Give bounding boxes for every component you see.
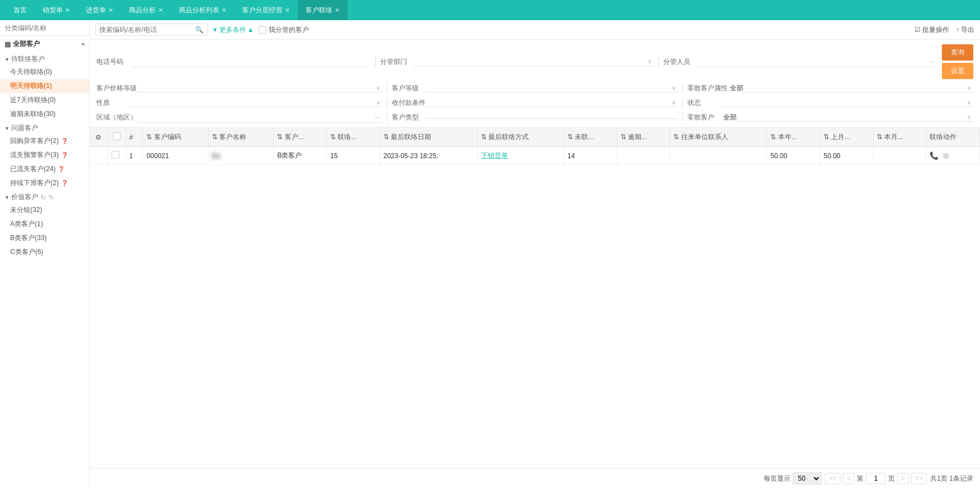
customer-type-select[interactable] <box>426 116 678 119</box>
this-year-cell: 50.00 <box>767 147 820 165</box>
next-page-btn[interactable]: > <box>897 473 909 484</box>
nav-close-sales[interactable]: ✕ <box>65 7 70 14</box>
checkbox-col-header[interactable] <box>108 128 126 147</box>
main-layout: 🔍 ▦ 全部客户 « ▼ 待联络客户 今天待联络(0) 明天待联络(1) 近7天… <box>0 20 980 488</box>
col-header-code[interactable]: ⇅ 客户编码 <box>143 128 209 147</box>
content-area: 🔍 ▼ 更多条件 ▲ 我分管的客户 ☑ 批量操作 ↑ 导出 <box>90 20 980 488</box>
nav-purchase-order[interactable]: 进货单 ✕ <box>78 0 121 20</box>
checkbox-cell[interactable] <box>108 147 126 165</box>
total-records: 共1页 1条记录 <box>930 474 973 484</box>
nav-close-purchase[interactable]: ✕ <box>108 7 113 14</box>
sidebar-item-repurchase-abnormal[interactable]: 回购异常客户(2) ❓ <box>0 134 89 148</box>
sidebar-search-input[interactable] <box>4 24 89 32</box>
dots-icon: ··· <box>930 58 935 66</box>
last-page-btn[interactable]: >> <box>911 473 927 484</box>
caret-down-icon: ∨ <box>648 58 651 65</box>
settings-col-header[interactable]: ⚙ <box>90 128 108 147</box>
table-row: 1 000021 Ea B类客户 15 2023-05-23 18:25: 下销… <box>90 147 980 165</box>
more-conditions-btn[interactable]: ▼ 更多条件 ▲ <box>212 25 254 35</box>
sidebar-item-class-b[interactable]: B类客户(33) <box>0 231 89 245</box>
first-page-btn[interactable]: << <box>825 473 840 484</box>
my-customer-checkbox[interactable]: 我分管的客户 <box>258 25 309 35</box>
customer-level-select[interactable]: ∨ <box>426 84 678 93</box>
refresh-icon[interactable]: ↻ <box>40 194 46 201</box>
grid-action-icon[interactable]: ⊞ <box>943 151 949 160</box>
nav-product-analysis[interactable]: 商品分析 ✕ <box>121 0 171 20</box>
prev-page-btn[interactable]: < <box>843 473 854 484</box>
table-body: 1 000021 Ea B类客户 15 2023-05-23 18:25: 下销… <box>90 147 980 165</box>
phone-action-icon[interactable]: 📞 <box>930 151 939 160</box>
this-month-cell <box>873 147 926 165</box>
caret-down-icon6: ∨ <box>672 99 676 105</box>
col-header-name[interactable]: ⇅ 客户名称 <box>208 128 274 147</box>
col-header-last-month[interactable]: ⇅ 上月... <box>820 128 873 147</box>
col-header-overdue[interactable]: ⇅ 逾期... <box>617 128 670 147</box>
collapse-icon[interactable]: « <box>81 41 85 47</box>
header-checkbox[interactable] <box>113 132 121 140</box>
nav-close-stratify[interactable]: ✕ <box>285 7 290 14</box>
group-waiting-contact[interactable]: ▼ 待联络客户 <box>0 52 89 65</box>
nav-customer-stratify[interactable]: 客户分层经营 ✕ <box>234 0 298 20</box>
sidebar-search-box[interactable]: 🔍 <box>0 20 89 36</box>
sidebar-item-tomorrow-contact[interactable]: 明天待联络(1) <box>0 79 89 93</box>
dept-select[interactable]: ∨ <box>414 57 654 66</box>
nav-sales-order[interactable]: 销货单 ✕ <box>35 0 78 20</box>
batch-operate-btn[interactable]: ☑ 批量操作 <box>914 25 949 35</box>
col-header-contacts[interactable]: ⇅ 往来单位联系人 <box>670 128 767 147</box>
nav-product-analysis-list[interactable]: 商品分析列表 ✕ <box>171 0 234 20</box>
col-header-this-month[interactable]: ⇅ 本月... <box>873 128 926 147</box>
sidebar-item-overdue-contact[interactable]: 逾期未联络(30) <box>0 107 89 121</box>
sidebar-item-churned[interactable]: 已流失客户(24) ❓ <box>0 162 89 176</box>
col-header-last-date[interactable]: ⇅ 最后联络日期 <box>380 128 477 147</box>
nav-customer-contact[interactable]: 客户联络 ✕ <box>298 0 348 20</box>
nav-close-contact[interactable]: ✕ <box>335 7 340 14</box>
col-header-no-contact[interactable]: ⇅ 未联... <box>564 128 617 147</box>
last-method-link[interactable]: 下销货单 <box>481 151 508 159</box>
sidebar-item-declining[interactable]: 持续下滑客户(2) ❓ <box>0 176 89 190</box>
sidebar-item-class-c[interactable]: C类客户(6) <box>0 245 89 259</box>
filter-customer-value: 客户价格等级 ∨ <box>96 84 382 93</box>
per-page-select[interactable]: 50 100 200 <box>793 472 821 485</box>
row-checkbox[interactable] <box>112 151 119 159</box>
search-box[interactable]: 🔍 <box>95 24 207 36</box>
filter-icon: ▼ <box>212 26 218 33</box>
sidebar-item-ungroup[interactable]: 未分组(32) <box>0 203 89 217</box>
last-method-cell[interactable]: 下销货单 <box>477 147 563 165</box>
pagination: 每页显示 50 100 200 << < 第 页 > >> 共1页 1 <box>90 468 980 488</box>
col-header-contact-count[interactable]: ⇅ 联络... <box>327 128 380 147</box>
setting-button[interactable]: 设置 <box>942 63 973 79</box>
page-number-input[interactable] <box>866 473 886 484</box>
region-select[interactable]: ··· <box>137 112 382 123</box>
nav-close-product[interactable]: ✕ <box>158 7 163 14</box>
group-problem-customers[interactable]: ▼ 问题客户 <box>0 121 89 134</box>
all-customers-header[interactable]: ▦ 全部客户 « <box>0 36 89 52</box>
status-select[interactable]: ∨ <box>721 98 973 107</box>
col-header-last-method[interactable]: ⇅ 最后联络方式 <box>477 128 563 147</box>
export-btn[interactable]: ↑ 导出 <box>956 25 974 35</box>
col-header-type[interactable]: ⇅ 客户... <box>274 128 327 147</box>
checkbox-icon[interactable] <box>258 26 266 34</box>
gender-select[interactable]: ∨ <box>130 98 382 107</box>
toolbar-right: ☑ 批量操作 ↑ 导出 <box>914 25 974 35</box>
query-button[interactable]: 查询 <box>942 44 973 61</box>
retail-attr-select[interactable]: ∨ <box>743 84 973 93</box>
customer-value-select[interactable]: ∨ <box>137 84 382 93</box>
search-icon[interactable]: 🔍 <box>195 26 204 34</box>
nav-close-product-list[interactable]: ✕ <box>221 7 226 14</box>
sidebar-item-today-contact[interactable]: 今天待联络(0) <box>0 65 89 79</box>
payment-select[interactable]: ∨ <box>426 98 678 107</box>
col-header-this-year[interactable]: ⇅ 本年... <box>767 128 820 147</box>
search-input[interactable] <box>99 26 195 34</box>
sidebar-item-class-a[interactable]: A类客户(1) <box>0 217 89 231</box>
sidebar-item-churn-warning[interactable]: 流失预警客户(3) ❓ <box>0 148 89 162</box>
sidebar-item-week-contact[interactable]: 近7天待联络(0) <box>0 93 89 107</box>
group-value-customers[interactable]: ▼ 价值客户 ↻ ✎ <box>0 190 89 203</box>
help-icon2: ❓ <box>61 152 68 158</box>
retail-select[interactable]: ∨ <box>737 113 973 122</box>
caret-down-icon7: ∨ <box>967 99 971 105</box>
edit-icon[interactable]: ✎ <box>48 194 54 201</box>
manager-select[interactable]: ··· <box>697 57 937 67</box>
help-icon1: ❓ <box>61 138 68 144</box>
nav-home[interactable]: 首页 <box>6 0 35 20</box>
phone-input[interactable] <box>132 57 368 67</box>
